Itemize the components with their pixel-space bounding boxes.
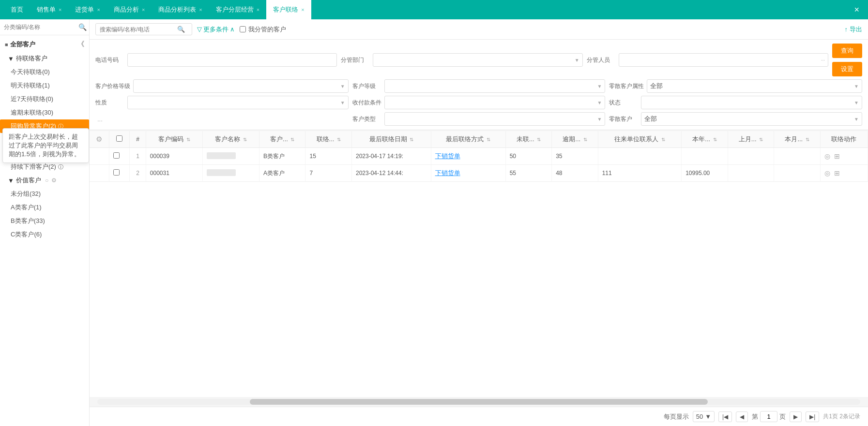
pending-contact-label: 待联络客户 bbox=[16, 54, 47, 63]
this-year-sort[interactable]: ⇅ bbox=[713, 137, 717, 142]
category-search-icon[interactable]: 🔍 bbox=[78, 23, 87, 31]
edit-icon[interactable]: ○ bbox=[45, 177, 48, 184]
contact-sort[interactable]: ⇅ bbox=[337, 137, 341, 142]
last-page-button[interactable]: ▶| bbox=[806, 411, 819, 422]
phone-filter-cell: 电话号码 bbox=[95, 53, 337, 67]
more-conditions-button[interactable]: ▽ 更多条件 ∧ bbox=[197, 25, 235, 34]
close-sales-tab[interactable]: × bbox=[59, 7, 61, 13]
close-product-analysis-tab[interactable]: × bbox=[142, 7, 145, 13]
tab-customer-tier[interactable]: 客户分层经营 × bbox=[209, 0, 266, 19]
category-search-input[interactable] bbox=[4, 24, 76, 30]
prev-page-button[interactable]: ◀ bbox=[736, 411, 748, 422]
this-month-sort[interactable]: ⇅ bbox=[806, 137, 809, 142]
code-sort[interactable]: ⇅ bbox=[186, 137, 190, 142]
manager-select[interactable]: ··· bbox=[619, 53, 828, 67]
price-level-select[interactable]: ▼ bbox=[133, 79, 349, 93]
row-checkbox[interactable] bbox=[113, 152, 120, 159]
type-sort[interactable]: ⇅ bbox=[290, 137, 294, 142]
retail-customer-filter-cell: 零散客户 全部 ▼ bbox=[609, 112, 862, 126]
overdue-sort[interactable]: ⇅ bbox=[583, 137, 587, 142]
export-button[interactable]: ↑ 导出 bbox=[845, 25, 863, 34]
contact-icon[interactable]: ◎ bbox=[824, 152, 830, 160]
data-table-wrap: ⚙ # 客户编码 ⇅ 客户名称 ⇅ bbox=[90, 131, 868, 397]
not-contact-sort[interactable]: ⇅ bbox=[537, 137, 541, 142]
select-all-checkbox[interactable] bbox=[116, 135, 122, 142]
window-close-button[interactable]: × bbox=[849, 5, 864, 15]
row-type: B类客户 bbox=[259, 148, 305, 165]
per-page-select[interactable]: 50 ▼ bbox=[693, 411, 715, 422]
tab-product-analysis[interactable]: 商品分析 × bbox=[107, 0, 152, 19]
tab-purchase[interactable]: 进货单 × bbox=[68, 0, 107, 19]
sidebar-item-overdue[interactable]: 逾期未联络(30) bbox=[0, 106, 89, 119]
collapse-icon[interactable]: 《 bbox=[77, 40, 84, 49]
dept-filter-cell: 分管部门 ▼ bbox=[341, 53, 582, 67]
table-settings-gear[interactable]: ⚙ bbox=[96, 135, 102, 143]
gender-arrow: ▼ bbox=[340, 100, 345, 105]
scrollbar-thumb[interactable] bbox=[250, 399, 708, 405]
sidebar-item-tomorrow[interactable]: 明天待联络(1) bbox=[0, 79, 89, 92]
col-this-year: 本年... ⇅ bbox=[682, 131, 728, 148]
sidebar-item-today[interactable]: 今天待联络(0) bbox=[0, 65, 89, 79]
sidebar-item-ungroup[interactable]: 未分组(32) bbox=[0, 187, 89, 201]
triangle-icon-2: ▼ bbox=[8, 177, 14, 184]
customer-type-select[interactable]: ▼ bbox=[384, 112, 606, 126]
filter-row-3: 性质 ▼ 收付款条件 ▼ 状态 bbox=[95, 96, 862, 109]
row-this-year: 10995.00 bbox=[682, 165, 728, 182]
row-code: 000039 bbox=[146, 148, 202, 165]
sidebar-item-class-a[interactable]: A类客户(1) bbox=[0, 201, 89, 214]
first-page-button[interactable]: |◀ bbox=[718, 411, 732, 422]
more-dots[interactable]: ... bbox=[95, 116, 105, 123]
value-customer-group[interactable]: ▼ 价值客户 ○ ⚙ bbox=[0, 174, 89, 187]
all-customers-header[interactable]: ■ 全部客户 《 bbox=[0, 37, 89, 52]
row-action: ◎ ⊞ bbox=[820, 165, 868, 182]
horizontal-scrollbar[interactable] bbox=[97, 399, 860, 405]
tab-product-list[interactable]: 商品分析列表 × bbox=[152, 0, 209, 19]
pending-contact-group[interactable]: ▼ 待联络客户 bbox=[0, 52, 89, 65]
retail-customer-select[interactable]: 全部 ▼ bbox=[641, 112, 862, 126]
unit-contact-sort[interactable]: ⇅ bbox=[661, 137, 665, 142]
phone-input[interactable] bbox=[127, 53, 337, 67]
sidebar-item-class-c[interactable]: C类客户(6) bbox=[0, 228, 89, 241]
settings-icon[interactable]: ⚙ bbox=[51, 177, 57, 184]
customer-level-select[interactable]: ▼ bbox=[384, 79, 606, 93]
row-settings-cell bbox=[90, 148, 109, 165]
last-date-sort[interactable]: ⇅ bbox=[410, 137, 413, 142]
name-sort[interactable]: ⇅ bbox=[243, 137, 247, 142]
sidebar-item-class-b[interactable]: B类客户(33) bbox=[0, 214, 89, 228]
col-settings[interactable]: ⚙ bbox=[90, 131, 109, 148]
dept-select[interactable]: ▼ bbox=[373, 53, 582, 67]
sidebar-item-7days[interactable]: 近7天待联络(0) bbox=[0, 92, 89, 106]
gender-select[interactable]: ▼ bbox=[127, 96, 349, 109]
close-customer-contact-tab[interactable]: × bbox=[301, 7, 304, 13]
row-checkbox[interactable] bbox=[113, 169, 120, 176]
close-customer-tier-tab[interactable]: × bbox=[257, 7, 259, 13]
customer-level-label: 客户等级 bbox=[352, 82, 381, 90]
total-label: 共1页 2条记录 bbox=[823, 412, 860, 421]
status-select[interactable]: ▼ bbox=[641, 96, 862, 109]
page-number-input[interactable] bbox=[760, 411, 777, 422]
close-product-list-tab[interactable]: × bbox=[199, 7, 202, 13]
main-search-input[interactable] bbox=[100, 26, 177, 33]
next-page-button[interactable]: ▶ bbox=[790, 411, 802, 422]
last-method-sort[interactable]: ⇅ bbox=[487, 137, 490, 142]
menu-icon[interactable]: ⊞ bbox=[834, 169, 840, 177]
query-button[interactable]: 查询 bbox=[832, 44, 862, 58]
tab-home[interactable]: 首页 bbox=[4, 0, 30, 19]
close-purchase-tab[interactable]: × bbox=[97, 7, 100, 13]
retail-attr-select[interactable]: 全部 ▼ bbox=[647, 79, 862, 93]
settings-button[interactable]: 设置 bbox=[832, 62, 862, 76]
tab-sales[interactable]: 销售单 × bbox=[30, 0, 68, 19]
row-last-date: 2023-04-12 14:44: bbox=[351, 165, 431, 182]
top-navigation: 首页 销售单 × 进货单 × 商品分析 × 商品分析列表 × 客户分层经营 × … bbox=[0, 0, 868, 19]
contact-icon[interactable]: ◎ bbox=[824, 169, 830, 177]
main-search-icon[interactable]: 🔍 bbox=[177, 26, 185, 33]
last-method-link[interactable]: 下销货单 bbox=[435, 169, 460, 176]
last-month-sort[interactable]: ⇅ bbox=[759, 137, 763, 142]
last-method-link[interactable]: 下销货单 bbox=[435, 152, 460, 160]
my-customers-checkbox[interactable] bbox=[240, 26, 246, 32]
tab-customer-contact[interactable]: 客户联络 × bbox=[266, 0, 311, 19]
manager-label: 分管人员 bbox=[587, 56, 616, 64]
payment-select[interactable]: ▼ bbox=[384, 96, 606, 109]
table-row: 1 000039 B类客户 15 2023-04-17 14:19: 下销货单 … bbox=[90, 148, 868, 165]
menu-icon[interactable]: ⊞ bbox=[834, 152, 840, 160]
